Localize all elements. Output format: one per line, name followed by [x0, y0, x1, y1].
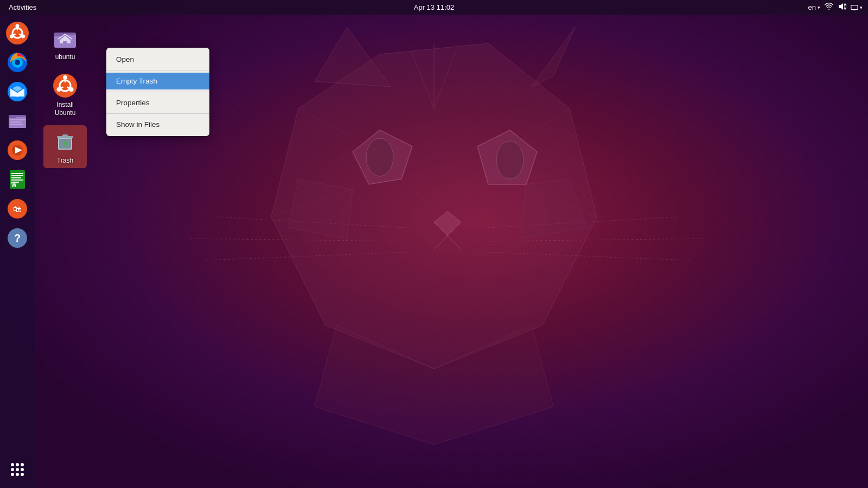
dock-item-writer[interactable]: W: [4, 166, 30, 192]
trash-label: Trash: [57, 157, 73, 164]
apps-grid-icon: [11, 463, 24, 476]
datetime-display: Apr 13 11:02: [414, 3, 454, 11]
dock: W 🛍 ?: [0, 15, 35, 488]
svg-point-43: [15, 60, 20, 65]
dock-item-software[interactable]: 🛍: [4, 196, 30, 222]
install-ubuntu-label: Install Ubuntu: [47, 101, 84, 117]
svg-rect-50: [10, 121, 22, 123]
svg-line-25: [412, 184, 434, 214]
svg-marker-28: [521, 179, 586, 239]
svg-marker-6: [477, 130, 537, 184]
svg-marker-29: [839, 3, 843, 10]
language-indicator[interactable]: en ▾: [808, 3, 820, 11]
svg-point-7: [496, 141, 524, 179]
dock-item-firefox[interactable]: [4, 49, 30, 75]
install-ubuntu-icon: [52, 73, 78, 99]
svg-line-22: [510, 108, 570, 146]
system-dropdown-arrow: ▾: [860, 5, 863, 10]
svg-rect-60: [11, 179, 23, 181]
language-dropdown-arrow: ▾: [818, 5, 820, 10]
svg-rect-57: [11, 173, 23, 174]
wifi-icon[interactable]: [825, 3, 833, 12]
svg-line-19: [434, 52, 456, 108]
svg-marker-17: [315, 325, 553, 445]
dock-item-help[interactable]: ?: [4, 225, 30, 251]
svg-point-36: [21, 35, 25, 38]
svg-line-26: [434, 184, 456, 214]
svg-point-77: [57, 87, 61, 92]
dock-item-thunderbird[interactable]: [4, 79, 30, 105]
context-menu-properties[interactable]: Properties: [106, 94, 209, 111]
svg-line-9: [434, 236, 448, 249]
svg-point-76: [69, 87, 74, 92]
svg-line-15: [488, 239, 705, 241]
ubuntu-home-icon: [52, 25, 78, 51]
svg-line-10: [448, 236, 461, 249]
svg-line-13: [206, 252, 407, 260]
desktop-icon-install-ubuntu[interactable]: Install Ubuntu: [43, 69, 87, 120]
svg-marker-1: [271, 43, 597, 369]
svg-text:🛍: 🛍: [13, 204, 22, 214]
activities-button[interactable]: Activities: [5, 3, 40, 11]
svg-point-37: [10, 35, 14, 38]
trash-icon: [52, 129, 78, 155]
system-icon[interactable]: ▾: [851, 4, 863, 11]
dock-item-files[interactable]: [4, 108, 30, 134]
svg-line-14: [488, 217, 678, 228]
svg-line-18: [412, 54, 434, 108]
desktop: Activities Apr 13 11:02 en ▾: [0, 0, 868, 488]
svg-point-75: [63, 75, 67, 80]
svg-line-12: [190, 239, 407, 241]
svg-line-11: [217, 217, 407, 228]
dock-item-ubuntu[interactable]: [4, 20, 30, 46]
svg-point-35: [16, 24, 20, 28]
svg-marker-4: [353, 130, 412, 184]
svg-rect-30: [851, 5, 858, 9]
show-apps-button[interactable]: [4, 457, 30, 483]
svg-line-16: [488, 252, 689, 260]
svg-rect-58: [11, 175, 23, 176]
svg-marker-8: [434, 211, 461, 236]
svg-rect-51: [10, 124, 23, 125]
context-menu-separator-1: [106, 70, 209, 70]
topbar: Activities Apr 13 11:02 en ▾: [0, 0, 868, 15]
svg-marker-2: [315, 27, 391, 87]
svg-text:W: W: [11, 182, 17, 188]
context-menu-empty-trash[interactable]: Empty Trash: [106, 73, 209, 89]
topbar-right-section: en ▾: [808, 3, 863, 12]
context-menu: Open Empty Trash Properties Show in File…: [106, 48, 209, 136]
svg-rect-48: [9, 115, 16, 118]
svg-text:?: ?: [14, 232, 21, 244]
svg-rect-84: [62, 134, 68, 137]
volume-icon[interactable]: [838, 3, 846, 12]
context-menu-open[interactable]: Open: [106, 51, 209, 68]
svg-point-5: [366, 138, 393, 176]
svg-line-21: [298, 108, 380, 152]
desktop-icon-ubuntu-home[interactable]: ubuntu: [43, 22, 87, 64]
svg-line-24: [526, 184, 597, 217]
svg-line-23: [271, 190, 353, 217]
svg-marker-3: [532, 27, 575, 87]
ubuntu-home-label: ubuntu: [55, 53, 75, 61]
svg-rect-59: [11, 177, 21, 178]
context-menu-show-in-files[interactable]: Show in Files: [106, 116, 209, 133]
desktop-icon-trash[interactable]: Trash: [43, 125, 87, 168]
context-menu-separator-3: [106, 113, 209, 114]
desktop-icons-area: ubuntu Install Ubuntu: [43, 22, 87, 168]
svg-rect-49: [10, 119, 25, 120]
dock-item-rhythmbox[interactable]: [4, 137, 30, 163]
context-menu-separator-2: [106, 92, 209, 92]
svg-marker-27: [288, 179, 353, 239]
